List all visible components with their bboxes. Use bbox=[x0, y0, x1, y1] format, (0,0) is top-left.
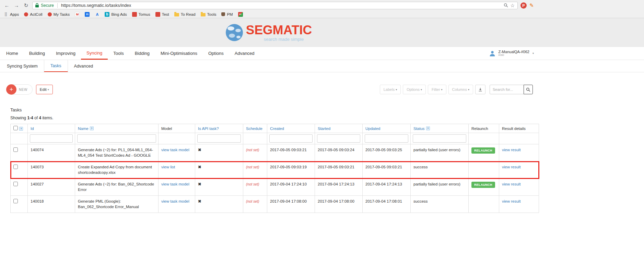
column-label[interactable]: Started bbox=[318, 127, 330, 131]
view-result-link[interactable]: view result bbox=[502, 165, 520, 169]
column-label[interactable]: Id bbox=[31, 127, 34, 131]
column-label[interactable]: Status bbox=[413, 127, 425, 131]
nav-item-options[interactable]: Options bbox=[203, 47, 229, 60]
user-menu[interactable]: Z-ManualQA-#062 #280 ▾ bbox=[489, 47, 534, 60]
model-link[interactable]: view task model bbox=[161, 182, 189, 186]
relaunch-button[interactable]: RELAUNCH bbox=[471, 147, 495, 154]
bookmark-star-icon[interactable]: ☆ bbox=[510, 3, 515, 8]
bookmark-a[interactable]: A bbox=[95, 12, 99, 17]
filter-input-started[interactable] bbox=[317, 134, 360, 143]
subnav-item-advanced[interactable]: Advanced bbox=[68, 60, 99, 72]
column-label[interactable]: Name bbox=[78, 127, 89, 131]
row-checkbox[interactable] bbox=[13, 199, 18, 203]
filter-input-status[interactable] bbox=[413, 134, 466, 143]
view-result-link[interactable]: view result bbox=[502, 199, 520, 203]
results-summary: Showing 1-4 of 4 items. bbox=[10, 116, 527, 120]
help-icon[interactable]: ? bbox=[426, 127, 430, 130]
column-header-started[interactable]: Started bbox=[315, 124, 363, 133]
new-button[interactable]: + NEW bbox=[6, 84, 33, 95]
options-dropdown-button[interactable]: Options▾ bbox=[403, 85, 426, 94]
extension-p-icon[interactable]: P bbox=[520, 2, 527, 9]
row-checkbox[interactable] bbox=[13, 182, 18, 186]
filter-input-updated[interactable] bbox=[365, 134, 408, 143]
forward-icon[interactable]: → bbox=[13, 3, 20, 8]
download-icon bbox=[478, 87, 482, 92]
model-link[interactable]: view task model bbox=[161, 199, 189, 203]
column-label[interactable]: Updated bbox=[365, 127, 380, 131]
row-checkbox[interactable] bbox=[13, 165, 18, 169]
cell-schedule: (not set) bbox=[243, 161, 267, 179]
filter-input-name[interactable] bbox=[77, 134, 156, 143]
column-header-schedule[interactable]: Schedule bbox=[243, 124, 267, 133]
bookmark-tomus[interactable]: Tomus bbox=[132, 12, 150, 17]
column-label[interactable]: Created bbox=[270, 127, 284, 131]
bookmark-tc[interactable]: TC bbox=[238, 12, 243, 17]
column-header-created[interactable]: Created bbox=[267, 124, 315, 133]
bookmark-bing-ads[interactable]: bBing Ads bbox=[105, 12, 127, 17]
select-all-header-cell: ? bbox=[11, 124, 28, 133]
bookmark-gmail[interactable]: M bbox=[75, 12, 80, 17]
view-result-link[interactable]: view result bbox=[502, 182, 520, 186]
bookmark-pm[interactable]: PM bbox=[221, 12, 233, 16]
cell-updated: 2017-09-04 17:08:01 bbox=[363, 196, 411, 213]
nav-item-improving[interactable]: Improving bbox=[50, 47, 81, 60]
column-label[interactable]: Is API task? bbox=[198, 127, 219, 131]
model-link[interactable]: view list bbox=[161, 165, 175, 169]
help-icon[interactable]: ? bbox=[19, 127, 23, 131]
filter-input-is-api[interactable] bbox=[197, 134, 241, 143]
nav-item-mini-optimisations[interactable]: Mini-Optimisations bbox=[155, 47, 203, 60]
search-input[interactable] bbox=[490, 85, 524, 94]
filter-input-id[interactable] bbox=[30, 134, 73, 143]
help-icon[interactable]: ? bbox=[90, 127, 94, 130]
bookmark-my-tasks[interactable]: My Tasks bbox=[48, 12, 70, 16]
bookmark-calendar[interactable]: 31 bbox=[85, 12, 90, 17]
cell-relaunch bbox=[469, 196, 499, 213]
bookmark-test[interactable]: Test bbox=[155, 12, 169, 17]
column-header-is-api[interactable]: Is API task? bbox=[195, 124, 243, 133]
bookmark-to-read[interactable]: To Read bbox=[174, 12, 196, 16]
column-header-name[interactable]: Name? bbox=[75, 124, 159, 133]
filter-dropdown-button[interactable]: Filter▾ bbox=[428, 85, 446, 94]
bookmark-actcoll[interactable]: ActColl bbox=[24, 12, 42, 16]
model-link[interactable]: view task model bbox=[161, 148, 189, 152]
column-header-status[interactable]: Status? bbox=[411, 124, 469, 133]
export-download-button[interactable] bbox=[475, 85, 485, 94]
refresh-icon[interactable]: ↻ bbox=[23, 3, 30, 8]
labels-dropdown-button[interactable]: Labels▾ bbox=[380, 85, 401, 94]
address-divider bbox=[57, 3, 58, 8]
column-label[interactable]: Schedule bbox=[246, 127, 262, 131]
bookmark-apps[interactable]: ⣿Apps bbox=[3, 12, 19, 17]
subnav-item-syncing-system[interactable]: Syncing System bbox=[1, 60, 44, 72]
view-result-link[interactable]: view result bbox=[502, 148, 520, 152]
extension-pencil-icon[interactable]: ✎ bbox=[529, 3, 534, 8]
column-header-id[interactable]: Id bbox=[28, 124, 75, 133]
select-all-checkbox[interactable] bbox=[13, 126, 18, 130]
column-header-relaunch: Relaunch bbox=[469, 124, 499, 133]
nav-item-bidding[interactable]: Bidding bbox=[129, 47, 155, 60]
cell-created: 2017-09-04 17:08:00 bbox=[267, 196, 315, 213]
address-bar[interactable]: Secure https://tomus.segmatic.io/tasks/i… bbox=[32, 2, 518, 9]
subnav-item-tasks[interactable]: Tasks bbox=[44, 60, 68, 72]
nav-item-home[interactable]: Home bbox=[1, 47, 24, 60]
zoom-icon[interactable] bbox=[504, 3, 508, 8]
cell-model: view list bbox=[159, 161, 195, 179]
cell-started: 2017-09-05 09:03:21 bbox=[315, 161, 363, 179]
segmatic-logo[interactable]: SEGMATIC search made simple bbox=[225, 24, 312, 42]
row-checkbox[interactable] bbox=[13, 147, 18, 152]
bookmark-tools[interactable]: Tools bbox=[201, 12, 216, 16]
back-icon[interactable]: ← bbox=[3, 3, 10, 8]
nav-item-tools[interactable]: Tools bbox=[108, 47, 129, 60]
filter-input-created[interactable] bbox=[269, 134, 313, 143]
nav-item-building[interactable]: Building bbox=[24, 47, 50, 60]
edit-dropdown-button[interactable]: Edit ▾ bbox=[36, 85, 53, 94]
cell-status: partially failed (user errors) bbox=[411, 179, 469, 196]
cell-status: success bbox=[411, 196, 469, 213]
cell-updated: 2017-09-05 09:03:25 bbox=[363, 144, 411, 161]
relaunch-button[interactable]: RELAUNCH bbox=[471, 182, 495, 188]
column-header-updated[interactable]: Updated bbox=[363, 124, 411, 133]
columns-dropdown-button[interactable]: Columns▾ bbox=[448, 85, 473, 94]
nav-item-advanced[interactable]: Advanced bbox=[229, 47, 260, 60]
nav-item-syncing[interactable]: Syncing bbox=[81, 47, 108, 60]
search-button[interactable] bbox=[524, 85, 533, 94]
cell-status: partially failed (user errors) bbox=[411, 144, 469, 161]
